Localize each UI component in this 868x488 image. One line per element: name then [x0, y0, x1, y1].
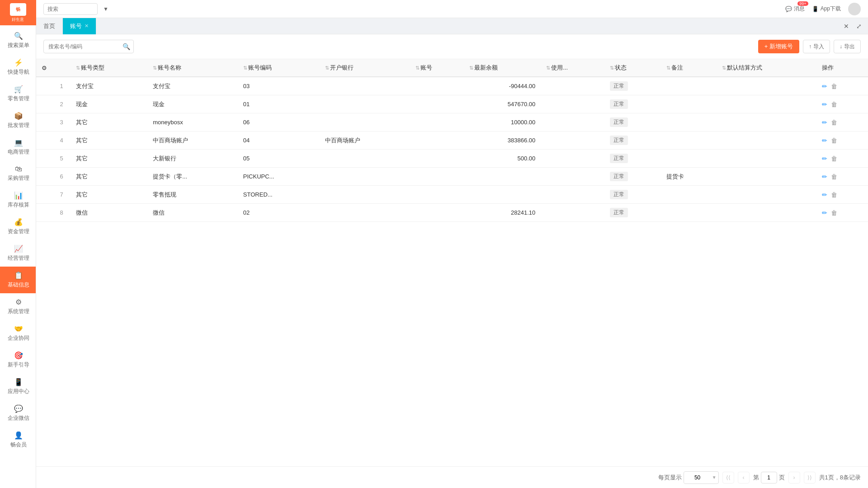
- col-bank[interactable]: ⇅开户银行: [320, 59, 410, 77]
- col-account[interactable]: ⇅账号: [410, 59, 464, 77]
- search-button[interactable]: 🔍: [123, 43, 130, 50]
- row-type-cell: 其它: [71, 113, 147, 131]
- sidebar-item-agreement[interactable]: 🤝企业协同: [0, 320, 36, 347]
- tab-close-action[interactable]: ✕: [841, 21, 852, 32]
- sidebar-item-shortcut[interactable]: ⚡快捷导航: [0, 54, 36, 80]
- sidebar-item-member[interactable]: 👤畅会员: [0, 427, 36, 453]
- sidebar-icon-guide: 🎯: [14, 351, 23, 360]
- message-badge: 99+: [797, 1, 808, 6]
- row-settings-cell: [36, 186, 52, 204]
- sidebar-icon-finance: 💰: [14, 218, 23, 226]
- sidebar-item-operation[interactable]: 📈经营管理: [0, 240, 36, 267]
- table-row: 7 其它 零售抵现 STORED... 正常 ✏ 🗑: [36, 186, 868, 204]
- row-bank-cell: [320, 168, 410, 186]
- row-settings-cell: [36, 113, 52, 131]
- sidebar-item-retail[interactable]: 🛒零售管理: [0, 80, 36, 107]
- page-size-input[interactable]: [684, 472, 711, 483]
- page-number-input[interactable]: [761, 472, 777, 483]
- row-type-cell: 微信: [71, 204, 147, 222]
- sidebar-item-inventory[interactable]: 📊库存核算: [0, 187, 36, 213]
- edit-button[interactable]: ✏: [822, 83, 827, 90]
- message-label: 消息: [794, 5, 805, 13]
- sidebar-item-ecommerce[interactable]: 💻电商管理: [0, 134, 36, 160]
- sidebar-item-search[interactable]: 🔍搜索菜单: [0, 27, 36, 54]
- tab-close-icon[interactable]: ✕: [85, 23, 89, 29]
- first-page-button[interactable]: ⟨⟨: [722, 472, 734, 483]
- col-usage[interactable]: ⇅使用...: [541, 59, 604, 77]
- sidebar-icon-wholesale: 📦: [14, 112, 23, 120]
- delete-button[interactable]: 🗑: [831, 137, 837, 144]
- sidebar-item-guide[interactable]: 🎯新手引导: [0, 347, 36, 373]
- edit-button[interactable]: ✏: [822, 137, 827, 144]
- sidebar-item-app-center[interactable]: 📱应用中心: [0, 373, 36, 400]
- row-balance-cell: 383866.00: [464, 131, 541, 150]
- delete-button[interactable]: 🗑: [831, 83, 837, 90]
- status-badge: 正常: [610, 172, 628, 181]
- header-search-input[interactable]: [43, 3, 98, 15]
- row-type-cell: 其它: [71, 186, 147, 204]
- row-account-cell: [410, 204, 464, 222]
- header-dropdown[interactable]: ▼: [103, 6, 108, 12]
- search-input[interactable]: [43, 40, 134, 53]
- row-name-cell: 大新银行: [147, 150, 238, 168]
- header-right: 💬 消息 99+ 📱 App下载: [785, 3, 861, 15]
- row-account-cell: [410, 131, 464, 150]
- col-balance[interactable]: ⇅最新余额: [464, 59, 541, 77]
- row-num-cell: 2: [52, 95, 71, 113]
- tab-expand-action[interactable]: ⤢: [854, 21, 864, 32]
- next-page-button[interactable]: ›: [788, 472, 800, 483]
- page-end-label: 页: [779, 474, 785, 482]
- delete-button[interactable]: 🗑: [831, 191, 837, 198]
- row-balance-cell: -90444.00: [464, 77, 541, 95]
- logo-icon: 畅: [10, 3, 26, 16]
- row-type-cell: 其它: [71, 150, 147, 168]
- col-settings[interactable]: ⚙: [36, 59, 52, 77]
- delete-button[interactable]: 🗑: [831, 155, 837, 162]
- col-status[interactable]: ⇅状态: [604, 59, 661, 77]
- edit-button[interactable]: ✏: [822, 191, 827, 198]
- sidebar-label-retail: 零售管理: [8, 95, 29, 103]
- add-account-button[interactable]: + 新增账号: [758, 40, 799, 53]
- col-notes[interactable]: ⇅备注: [661, 59, 717, 77]
- user-avatar[interactable]: [848, 3, 861, 15]
- table-row: 5 其它 大新银行 05 500.00 正常 ✏ 🗑: [36, 150, 868, 168]
- row-usage-cell: [541, 77, 604, 95]
- delete-button[interactable]: 🗑: [831, 101, 837, 108]
- delete-button[interactable]: 🗑: [831, 173, 837, 180]
- col-type[interactable]: ⇅账号类型: [71, 59, 147, 77]
- last-page-button[interactable]: ⟩⟩: [804, 472, 816, 483]
- tab-home[interactable]: 首页: [36, 18, 63, 34]
- edit-button[interactable]: ✏: [822, 173, 827, 180]
- row-notes-cell: [661, 113, 717, 131]
- sidebar-item-purchase[interactable]: 🛍采购管理: [0, 160, 36, 187]
- row-bank-cell: 中百商场账户: [320, 131, 410, 150]
- delete-button[interactable]: 🗑: [831, 209, 837, 216]
- import-button[interactable]: ↑ 导入: [803, 40, 830, 53]
- prev-page-button[interactable]: ‹: [738, 472, 750, 483]
- message-button[interactable]: 💬 消息 99+: [785, 5, 805, 13]
- row-payment-cell: [717, 168, 816, 186]
- row-bank-cell: [320, 95, 410, 113]
- app-download-button[interactable]: 📱 App下载: [812, 5, 841, 13]
- edit-button[interactable]: ✏: [822, 119, 827, 126]
- page-size-chevron[interactable]: ▼: [712, 475, 718, 480]
- row-name-cell: 中百商场账户: [147, 131, 238, 150]
- status-badge: 正常: [610, 136, 628, 145]
- export-button[interactable]: ↓ 导出: [834, 40, 861, 53]
- row-balance-cell: 500.00: [464, 150, 541, 168]
- sidebar-item-basic[interactable]: 📋基础信息: [0, 267, 36, 293]
- col-code[interactable]: ⇅账号编码: [238, 59, 320, 77]
- edit-button[interactable]: ✏: [822, 155, 827, 162]
- sidebar-item-wholesale[interactable]: 📦批发管理: [0, 107, 36, 134]
- sidebar-item-system[interactable]: ⚙系统管理: [0, 293, 36, 320]
- delete-button[interactable]: 🗑: [831, 119, 837, 126]
- edit-button[interactable]: ✏: [822, 209, 827, 216]
- col-payment[interactable]: ⇅默认结算方式: [717, 59, 816, 77]
- row-type-cell: 支付宝: [71, 77, 147, 95]
- row-balance-cell: [464, 186, 541, 204]
- tab-account[interactable]: 账号 ✕: [63, 18, 96, 34]
- sidebar-item-finance[interactable]: 💰资金管理: [0, 213, 36, 240]
- edit-button[interactable]: ✏: [822, 101, 827, 108]
- col-name[interactable]: ⇅账号名称: [147, 59, 238, 77]
- sidebar-item-wechat[interactable]: 💬企业微信: [0, 400, 36, 427]
